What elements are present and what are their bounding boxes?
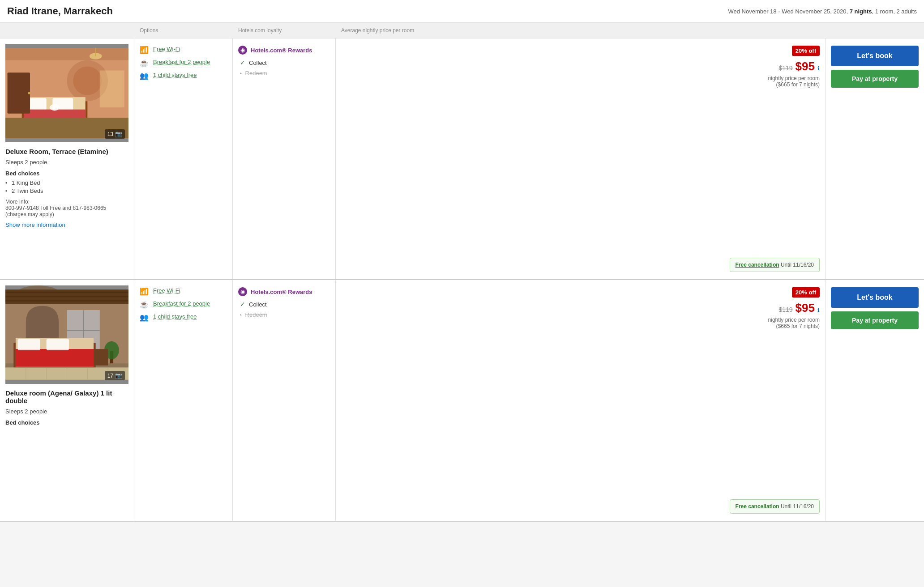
redeem-label: Redeem bbox=[245, 311, 267, 318]
loyalty-col: ◉ Hotels.com® Rewards ✓ Collect ▪ Redeem bbox=[233, 38, 336, 279]
wifi-option: 📶 Free Wi-Fi bbox=[140, 287, 227, 296]
camera-icon: 📷 bbox=[115, 131, 122, 137]
cancellation-box: Free cancellation Until 11/16/20 bbox=[730, 499, 820, 514]
loyalty-col: ◉ Hotels.com® Rewards ✓ Collect ▪ Redeem bbox=[233, 280, 336, 521]
svg-rect-33 bbox=[94, 349, 108, 366]
lets-book-button[interactable]: Let's book bbox=[831, 46, 919, 66]
booking-info: Wed November 18 - Wed November 25, 2020,… bbox=[728, 8, 917, 15]
room-image-wrap: 13 📷 bbox=[5, 44, 128, 142]
loyalty-header: ◉ Hotels.com® Rewards bbox=[238, 46, 330, 55]
pay-at-property-button[interactable]: Pay at property bbox=[831, 311, 919, 329]
price-note: nightly price per room($665 for 7 nights… bbox=[768, 317, 820, 329]
book-col: Let's book Pay at property bbox=[826, 280, 924, 521]
breakfast-label[interactable]: Breakfast for 2 people bbox=[153, 300, 210, 307]
svg-point-11 bbox=[50, 104, 60, 111]
column-headers: Options Hotels.com loyalty Average night… bbox=[0, 23, 924, 38]
room-card-2: 17 📷 Deluxe room (Agena/ Galaxy) 1 lit d… bbox=[0, 280, 924, 522]
breakfast-icon: ☕ bbox=[140, 300, 150, 309]
svg-point-13 bbox=[28, 92, 30, 94]
new-price: $95 bbox=[796, 60, 815, 73]
room-info-col: 17 📷 Deluxe room (Agena/ Galaxy) 1 lit d… bbox=[0, 280, 134, 521]
rooms-container: 13 📷 Deluxe Room, Terrace (Etamine) Slee… bbox=[0, 38, 924, 522]
cancellation-box: Free cancellation Until 11/16/20 bbox=[730, 258, 820, 272]
total-note: ($665 for 7 nights) bbox=[776, 323, 820, 329]
svg-rect-12 bbox=[8, 72, 30, 114]
col-rate: Average nightly price per room bbox=[336, 26, 826, 35]
col-room bbox=[0, 26, 134, 35]
col-book bbox=[826, 26, 924, 35]
wifi-label[interactable]: Free Wi-Fi bbox=[153, 287, 180, 294]
sleeps-text: Sleeps 2 people bbox=[5, 408, 128, 415]
old-price: $119 bbox=[779, 306, 792, 313]
bed-item: 1 King Bed bbox=[5, 179, 128, 186]
bed-list: 1 King Bed2 Twin Beds bbox=[5, 179, 128, 194]
square-icon: ▪ bbox=[240, 71, 242, 76]
breakfast-option: ☕ Breakfast for 2 people bbox=[140, 300, 227, 309]
info-icon[interactable]: ℹ bbox=[817, 307, 820, 313]
svg-rect-21 bbox=[5, 296, 128, 298]
rate-col: 20% off $119 $95 ℹ nightly price per roo… bbox=[336, 38, 826, 279]
photo-count: 13 📷 bbox=[105, 129, 125, 139]
check-icon: ✓ bbox=[240, 59, 245, 66]
svg-rect-20 bbox=[5, 292, 128, 294]
cancel-until: Until 11/16/20 bbox=[781, 503, 814, 510]
free-cancellation-link[interactable]: Free cancellation bbox=[736, 503, 779, 510]
breakfast-label[interactable]: Breakfast for 2 people bbox=[153, 59, 210, 65]
loyalty-icon: ◉ bbox=[238, 46, 247, 55]
nights-count: 7 nights bbox=[850, 8, 872, 15]
info-icon[interactable]: ℹ bbox=[817, 65, 820, 72]
show-more-link[interactable]: Show more information bbox=[5, 221, 65, 228]
room-image-wrap: 17 📷 bbox=[5, 285, 128, 384]
wifi-icon: 📶 bbox=[140, 287, 150, 296]
options-col: 📶 Free Wi-Fi ☕ Breakfast for 2 people 👥 … bbox=[134, 280, 233, 521]
adults-count: 2 adults bbox=[896, 8, 917, 15]
loyalty-title: Hotels.com® Rewards bbox=[251, 47, 312, 54]
old-price: $119 bbox=[779, 64, 792, 72]
book-col: Let's book Pay at property bbox=[826, 38, 924, 279]
child-icon: 👥 bbox=[140, 313, 150, 322]
child-icon: 👥 bbox=[140, 72, 150, 80]
child-option: 👥 1 child stays free bbox=[140, 72, 227, 80]
total-note: ($665 for 7 nights) bbox=[776, 81, 820, 88]
loyalty-collect: ✓ Collect bbox=[238, 301, 330, 308]
child-option: 👥 1 child stays free bbox=[140, 313, 227, 322]
svg-rect-14 bbox=[100, 71, 124, 108]
bed-item: 2 Twin Beds bbox=[5, 187, 128, 194]
room-count: 1 room, bbox=[875, 8, 895, 15]
rate-col: 20% off $119 $95 ℹ nightly price per roo… bbox=[336, 280, 826, 521]
loyalty-redeem: ▪ Redeem bbox=[238, 311, 330, 318]
wifi-label[interactable]: Free Wi-Fi bbox=[153, 46, 180, 52]
price-row: $119 $95 ℹ bbox=[779, 60, 820, 73]
breakfast-icon: ☕ bbox=[140, 59, 150, 67]
wifi-icon: 📶 bbox=[140, 46, 150, 54]
svg-rect-30 bbox=[47, 339, 69, 350]
count-number: 13 bbox=[107, 131, 113, 137]
lets-book-button[interactable]: Let's book bbox=[831, 287, 919, 308]
cancel-until: Until 11/16/20 bbox=[781, 262, 814, 268]
child-label[interactable]: 1 child stays free bbox=[153, 72, 197, 78]
loyalty-redeem: ▪ Redeem bbox=[238, 70, 330, 77]
free-cancellation-link[interactable]: Free cancellation bbox=[736, 262, 779, 268]
svg-rect-29 bbox=[18, 339, 40, 350]
loyalty-header: ◉ Hotels.com® Rewards bbox=[238, 287, 330, 296]
photo-count: 17 📷 bbox=[105, 371, 125, 380]
svg-rect-28 bbox=[16, 349, 94, 366]
pay-at-property-button[interactable]: Pay at property bbox=[831, 70, 919, 88]
room-title: Deluxe room (Agena/ Galaxy) 1 lit double bbox=[5, 389, 128, 404]
loyalty-icon: ◉ bbox=[238, 287, 247, 296]
booking-dates: Wed November 18 - Wed November 25, 2020, bbox=[728, 8, 848, 15]
svg-rect-22 bbox=[5, 300, 128, 302]
count-number: 17 bbox=[107, 373, 113, 379]
svg-point-3 bbox=[73, 66, 102, 95]
price-row: $119 $95 ℹ bbox=[779, 301, 820, 315]
collect-label: Collect bbox=[249, 301, 267, 308]
child-label[interactable]: 1 child stays free bbox=[153, 313, 197, 320]
redeem-label: Redeem bbox=[245, 70, 267, 77]
new-price: $95 bbox=[796, 301, 815, 315]
more-info: More Info:800-997-9148 Toll Free and 817… bbox=[5, 199, 128, 217]
page-header: Riad Itrane, Marrakech Wed November 18 -… bbox=[0, 0, 924, 23]
wifi-option: 📶 Free Wi-Fi bbox=[140, 46, 227, 54]
collect-label: Collect bbox=[249, 60, 267, 66]
square-icon: ▪ bbox=[240, 312, 242, 317]
room-card-1: 13 📷 Deluxe Room, Terrace (Etamine) Slee… bbox=[0, 38, 924, 280]
